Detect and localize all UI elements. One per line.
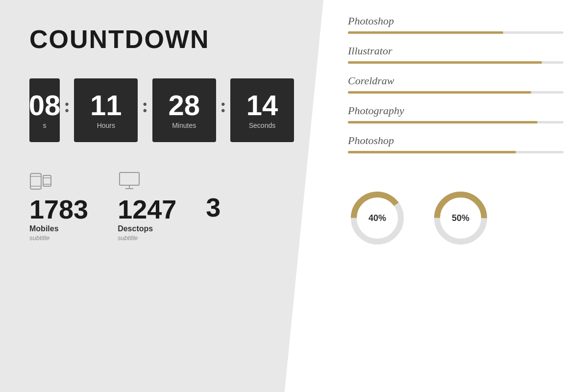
mobiles-subtitle: subtitle (29, 234, 49, 242)
skill-bar-bg-1 (348, 31, 564, 34)
stat-desktops: 1247 Desctops subtitle (118, 172, 176, 242)
skill-bar-fill-5 (348, 151, 516, 153)
donut-item-1: 40% (348, 189, 407, 247)
separator-2: : (142, 94, 148, 127)
days-unit: s (43, 122, 47, 129)
skill-bar-fill-2 (348, 61, 542, 64)
separator-3: : (220, 94, 226, 127)
desktops-label: Desctops (118, 224, 153, 233)
skill-bar-bg-5 (348, 151, 564, 153)
skills-section: Photoshop Illustrator Coreldraw Photogra… (348, 15, 564, 164)
seconds-value: 14 (246, 91, 278, 120)
skill-illustrator: Illustrator (348, 45, 564, 64)
skill-bar-fill-1 (348, 31, 503, 34)
countdown-title: COUNTDOWN (29, 24, 294, 54)
desktops-number: 1247 (118, 196, 176, 222)
countdown-container: 08 s : 11 Hours : 28 Minutes : 14 Second… (29, 78, 294, 142)
skill-bar-bg-2 (348, 61, 564, 64)
skill-name-1: Photoshop (348, 15, 564, 27)
seconds-unit: Seconds (249, 122, 275, 129)
countdown-minutes-box: 28 Minutes (152, 78, 216, 142)
skill-bar-bg-3 (348, 91, 564, 94)
skill-name-4: Photography (348, 104, 564, 117)
third-number: 3 (206, 194, 220, 220)
skill-bar-fill-4 (348, 121, 538, 123)
skill-photoshop-1: Photoshop (348, 15, 564, 34)
stats-section: 1783 Mobiles subtitle 1247 Desctops subt… (29, 172, 294, 242)
donut-label-1: 40% (368, 213, 386, 223)
donut-item-2: 50% (431, 189, 490, 247)
hours-unit: Hours (97, 122, 115, 129)
stat-mobiles: 1783 Mobiles subtitle (29, 172, 88, 242)
donut-section: 40% 50% (348, 189, 564, 247)
skill-name-5: Photoshop (348, 134, 564, 147)
left-panel: COUNTDOWN 08 s : 11 Hours : 28 Minutes : (0, 0, 323, 392)
mobiles-label: Mobiles (29, 224, 59, 233)
countdown-minutes-item: 28 Minutes (152, 78, 216, 142)
skill-name-2: Illustrator (348, 45, 564, 57)
separator-1: : (64, 94, 70, 127)
skill-bar-fill-3 (348, 91, 531, 94)
countdown-days-box: 08 s (29, 78, 60, 142)
countdown-hours-item: 11 Hours (74, 78, 138, 142)
countdown-hours-box: 11 Hours (74, 78, 138, 142)
minutes-unit: Minutes (172, 122, 196, 129)
skill-bar-bg-4 (348, 121, 564, 123)
skill-photography: Photography (348, 104, 564, 123)
skill-photoshop-2: Photoshop (348, 134, 564, 153)
skill-coreldraw: Coreldraw (348, 74, 564, 94)
hours-value: 11 (90, 91, 122, 120)
mobiles-number: 1783 (29, 196, 88, 222)
desktops-subtitle: subtitle (118, 234, 138, 242)
mobile-icon (29, 172, 53, 192)
days-value: 08 (29, 91, 60, 120)
right-panel: Photoshop Illustrator Coreldraw Photogra… (323, 0, 588, 392)
minutes-value: 28 (168, 91, 200, 120)
desktop-icon (118, 172, 141, 192)
svg-rect-6 (120, 172, 139, 185)
stat-third: 3 (206, 172, 230, 220)
donut-label-2: 50% (452, 213, 469, 223)
countdown-seconds-box: 14 Seconds (230, 78, 294, 142)
skill-name-3: Coreldraw (348, 74, 564, 87)
countdown-seconds-item: 14 Seconds (230, 78, 294, 142)
svg-rect-0 (30, 173, 41, 189)
